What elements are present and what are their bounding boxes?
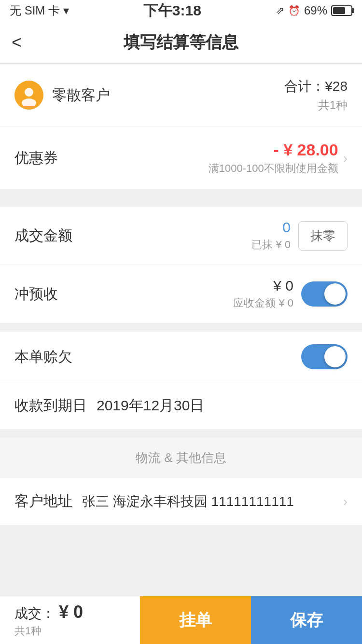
debt-section: 本单赊欠 收款到期日 2019年12月30日 bbox=[0, 332, 362, 429]
divider-2 bbox=[0, 323, 362, 332]
prepayment-right: ¥ 0 应收金额 ¥ 0 bbox=[233, 278, 348, 310]
bottom-summary: 成交： ¥ 0 共1种 bbox=[0, 602, 140, 638]
location-icon: ⇗ bbox=[276, 4, 284, 17]
svg-point-1 bbox=[22, 98, 36, 106]
hold-button[interactable]: 挂单 bbox=[140, 596, 251, 644]
address-section: 客户地址 张三 海淀永丰科技园 11111111111 › bbox=[0, 478, 362, 525]
coupon-row[interactable]: 优惠券 - ¥ 28.00 满1000-100不限制使用金额 › bbox=[0, 126, 362, 189]
prepayment-row: 冲预收 ¥ 0 应收金额 ¥ 0 bbox=[0, 265, 362, 323]
sim-label: 无 SIM 卡 ▾ bbox=[10, 3, 69, 18]
due-date-row: 收款到期日 2019年12月30日 bbox=[0, 382, 362, 429]
debt-row: 本单赊欠 bbox=[0, 332, 362, 382]
debt-toggle[interactable] bbox=[301, 344, 348, 369]
due-date-value[interactable]: 2019年12月30日 bbox=[97, 396, 204, 416]
bottom-summary-amount: ¥ 0 bbox=[59, 602, 83, 622]
transaction-label: 成交金额 bbox=[14, 226, 72, 246]
status-right: ⇗ ⏰ 69% bbox=[276, 4, 352, 17]
due-date-label: 收款到期日 bbox=[14, 396, 87, 416]
bottom-summary-count: 共1种 bbox=[14, 624, 125, 638]
transaction-section: 成交金额 0 已抹 ¥ 0 抹零 冲预收 ¥ 0 应收金额 ¥ 0 bbox=[0, 207, 362, 323]
alarm-icon: ⏰ bbox=[288, 5, 300, 16]
transaction-value-col: 0 已抹 ¥ 0 bbox=[251, 219, 291, 252]
prepayment-sub: 应收金额 ¥ 0 bbox=[233, 296, 293, 310]
status-bar: 无 SIM 卡 ▾ 下午3:18 ⇗ ⏰ 69% bbox=[0, 0, 362, 21]
bottom-summary-row: 成交： ¥ 0 bbox=[14, 602, 125, 623]
prepayment-toggle[interactable] bbox=[301, 281, 348, 307]
customer-total: 合计：¥28 bbox=[284, 77, 348, 96]
transaction-right: 0 已抹 ¥ 0 抹零 bbox=[251, 219, 348, 252]
transaction-row: 成交金额 0 已抹 ¥ 0 抹零 bbox=[0, 207, 362, 265]
toggle-knob bbox=[324, 283, 346, 305]
prepayment-amount: ¥ 0 bbox=[233, 278, 293, 294]
battery-percent: 69% bbox=[304, 4, 327, 17]
nav-bar: < 填写结算等信息 bbox=[0, 21, 362, 64]
coupon-amount: - ¥ 28.00 bbox=[209, 140, 338, 159]
battery-icon bbox=[331, 5, 352, 16]
chevron-right-icon: › bbox=[343, 151, 348, 166]
back-button[interactable]: < bbox=[12, 32, 22, 53]
transaction-value: 0 bbox=[251, 219, 291, 236]
address-label: 客户地址 bbox=[14, 491, 72, 511]
debt-right bbox=[301, 344, 348, 369]
prepayment-label: 冲预收 bbox=[14, 284, 58, 304]
transaction-sub: 已抹 ¥ 0 bbox=[251, 238, 291, 252]
customer-left: 零散客户 bbox=[14, 81, 110, 110]
bottom-bar: 成交： ¥ 0 共1种 挂单 保存 bbox=[0, 596, 362, 644]
logistics-header: 物流 & 其他信息 bbox=[0, 438, 362, 478]
avatar bbox=[14, 81, 43, 110]
debt-label: 本单赊欠 bbox=[14, 347, 72, 367]
prepayment-value-col: ¥ 0 应收金额 ¥ 0 bbox=[233, 278, 293, 310]
debt-toggle-knob bbox=[324, 346, 346, 367]
save-button[interactable]: 保存 bbox=[251, 596, 362, 644]
customer-row: 零散客户 合计：¥28 共1种 bbox=[0, 64, 362, 126]
divider-3 bbox=[0, 429, 362, 438]
coupon-info: - ¥ 28.00 满1000-100不限制使用金额 bbox=[209, 140, 338, 176]
status-left: 无 SIM 卡 ▾ bbox=[10, 3, 69, 18]
address-row[interactable]: 客户地址 张三 海淀永丰科技园 11111111111 › bbox=[0, 478, 362, 525]
customer-right: 合计：¥28 共1种 bbox=[284, 77, 348, 113]
status-time: 下午3:18 bbox=[143, 1, 201, 21]
customer-name: 零散客户 bbox=[52, 85, 110, 105]
logistics-title: 物流 & 其他信息 bbox=[136, 450, 226, 465]
bottom-summary-prefix: 成交： bbox=[14, 604, 55, 623]
address-chevron-icon: › bbox=[343, 494, 348, 509]
customer-count: 共1种 bbox=[284, 98, 348, 113]
svg-point-0 bbox=[25, 88, 33, 97]
page-title: 填写结算等信息 bbox=[124, 31, 238, 54]
coupon-label: 优惠券 bbox=[14, 148, 58, 168]
customer-section: 零散客户 合计：¥28 共1种 优惠券 - ¥ 28.00 满1000-100不… bbox=[0, 64, 362, 189]
round-zero-button[interactable]: 抹零 bbox=[298, 221, 348, 251]
address-value: 张三 海淀永丰科技园 11111111111 bbox=[82, 492, 343, 511]
divider-1 bbox=[0, 198, 362, 207]
coupon-desc: 满1000-100不限制使用金额 bbox=[209, 161, 338, 176]
coupon-right: - ¥ 28.00 满1000-100不限制使用金额 › bbox=[209, 140, 348, 176]
